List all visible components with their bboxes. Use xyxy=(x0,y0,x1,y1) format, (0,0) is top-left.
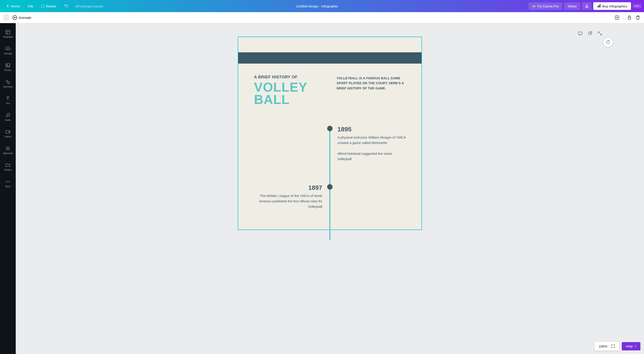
refresh-icon xyxy=(606,40,610,44)
header-left: A BRIEF HISTORY OF VOLLEY BALL xyxy=(254,75,323,106)
undo-icon xyxy=(64,4,68,8)
more-button[interactable] xyxy=(633,4,641,8)
topbar-left: Home File Resize All changes saved xyxy=(3,2,106,10)
sidebar-item-bkground[interactable]: Bkground xyxy=(0,142,16,158)
timeline-year[interactable]: 1895 xyxy=(338,126,406,133)
volley-title[interactable]: VOLLEY BALL xyxy=(254,81,323,106)
topbar-right: Try Canva Pro Share Buy Infographics xyxy=(528,2,641,10)
svg-point-13 xyxy=(8,116,10,116)
templates-icon xyxy=(5,30,10,35)
subbar: Animate xyxy=(0,12,644,23)
sidebar-label: Bkground xyxy=(3,152,13,154)
buy-button[interactable]: Buy Infographics xyxy=(593,2,631,10)
floating-controls xyxy=(577,30,604,37)
download-icon xyxy=(585,4,589,8)
try-pro-label: Try Canva Pro xyxy=(537,4,559,8)
resize-label: Resize xyxy=(46,4,56,8)
timeline-dot[interactable] xyxy=(327,126,332,131)
expand-button[interactable] xyxy=(596,30,604,37)
trash-icon[interactable] xyxy=(636,15,640,20)
crown-icon xyxy=(532,4,536,8)
svg-rect-5 xyxy=(6,30,10,34)
dots-icon xyxy=(635,6,639,6)
header-right: VOLLEYBALL IS A FAMOUS BALL GAME SPORT P… xyxy=(336,75,406,106)
music-icon xyxy=(5,112,10,118)
bottombar: 100% Help ? xyxy=(594,342,640,350)
timeline-desc[interactable]: A physical instructor William Morgan of … xyxy=(338,135,406,146)
background-color-swatch[interactable] xyxy=(4,15,9,20)
timeline-desc[interactable]: The Athletic League of the YMCA of North… xyxy=(254,193,322,209)
sidebar-item-more[interactable]: More xyxy=(0,175,16,192)
topbar-center: Untitled design - Infographic xyxy=(107,4,527,8)
timeline-content-left: 1897 The Athletic League of the YMCA of … xyxy=(254,184,322,209)
undo-button[interactable] xyxy=(61,2,72,10)
animate-button[interactable]: Animate xyxy=(12,15,31,20)
comment-button[interactable] xyxy=(577,30,584,37)
svg-rect-14 xyxy=(6,130,9,133)
top-stripe[interactable] xyxy=(238,52,422,64)
svg-rect-18 xyxy=(578,32,582,34)
canvas-wrap: A BRIEF HISTORY OF VOLLEY BALL VOLLEYBAL… xyxy=(238,36,422,230)
comment-icon xyxy=(578,31,583,36)
home-label: Home xyxy=(11,4,20,8)
zoom-label[interactable]: 100% xyxy=(599,344,607,348)
sidebar-label: Audio xyxy=(5,119,11,121)
timeline-item: 1895 A physical instructor William Morga… xyxy=(254,126,406,162)
home-button[interactable]: Home xyxy=(3,2,23,10)
sidebar-item-templates[interactable]: Templates xyxy=(0,26,16,42)
folder-icon xyxy=(5,162,10,168)
svg-point-16 xyxy=(8,181,8,182)
header-row: A BRIEF HISTORY OF VOLLEY BALL VOLLEYBAL… xyxy=(254,75,406,106)
help-button[interactable]: Help ? xyxy=(622,342,640,350)
svg-point-10 xyxy=(6,80,8,82)
share-button[interactable]: Share xyxy=(564,2,580,10)
sidebar-item-elements[interactable]: Elements xyxy=(0,75,16,92)
cloud-upload-icon xyxy=(5,46,10,52)
sidebar-item-audio[interactable]: Audio xyxy=(0,108,16,125)
text-icon xyxy=(5,96,10,101)
svg-point-12 xyxy=(6,116,7,117)
design-canvas[interactable]: A BRIEF HISTORY OF VOLLEY BALL VOLLEYBAL… xyxy=(238,36,422,230)
position-icon[interactable] xyxy=(614,15,620,20)
shapes-icon xyxy=(5,79,10,85)
sidebar-label: Templates xyxy=(3,36,13,38)
try-pro-button[interactable]: Try Canva Pro xyxy=(528,2,562,10)
video-icon xyxy=(5,129,10,134)
brief-label[interactable]: A BRIEF HISTORY OF xyxy=(254,75,323,80)
play-circle-icon xyxy=(12,15,17,20)
design-title[interactable]: Untitled design - Infographic xyxy=(296,4,338,8)
main: Templates Uploads Photos Elements Text A… xyxy=(0,23,644,354)
timeline-dot[interactable] xyxy=(327,184,332,190)
sidebar-item-videos[interactable]: Videos xyxy=(0,125,16,142)
sidebar: Templates Uploads Photos Elements Text A… xyxy=(0,23,16,354)
help-label: Help xyxy=(626,344,633,348)
lock-icon[interactable] xyxy=(627,15,632,20)
sidebar-label: Videos xyxy=(4,136,11,138)
sidebar-item-photos[interactable]: Photos xyxy=(0,59,16,75)
timeline-year[interactable]: 1897 xyxy=(254,184,322,192)
svg-rect-11 xyxy=(8,82,10,84)
link-button[interactable] xyxy=(586,30,594,37)
timeline-desc[interactable]: Alfred Halstead suggested the name Volle… xyxy=(338,151,406,162)
sidebar-item-uploads[interactable]: Uploads xyxy=(0,42,16,59)
refresh-button[interactable] xyxy=(604,38,612,47)
sidebar-item-text[interactable]: Text xyxy=(0,92,16,108)
divider xyxy=(623,15,623,20)
subbar-right xyxy=(614,15,640,20)
expand-icon xyxy=(598,31,602,36)
svg-rect-19 xyxy=(588,32,591,34)
sidebar-item-folders[interactable]: Folders xyxy=(0,158,16,175)
buy-label: Buy Infographics xyxy=(602,4,628,8)
intro-text[interactable]: VOLLEYBALL IS A FAMOUS BALL GAME SPORT P… xyxy=(336,76,406,91)
photo-icon xyxy=(5,63,10,68)
resize-button[interactable]: Resize xyxy=(38,2,60,10)
svg-rect-4 xyxy=(628,17,631,19)
animate-label: Animate xyxy=(19,16,31,20)
file-button[interactable]: File xyxy=(24,2,37,10)
title-line-1: VOLLEY xyxy=(254,81,323,93)
download-button[interactable] xyxy=(582,2,592,10)
canvas-area[interactable]: A BRIEF HISTORY OF VOLLEY BALL VOLLEYBAL… xyxy=(16,23,644,354)
fullscreen-icon[interactable] xyxy=(611,344,615,348)
sidebar-label: Uploads xyxy=(4,52,12,55)
svg-point-1 xyxy=(636,6,638,6)
